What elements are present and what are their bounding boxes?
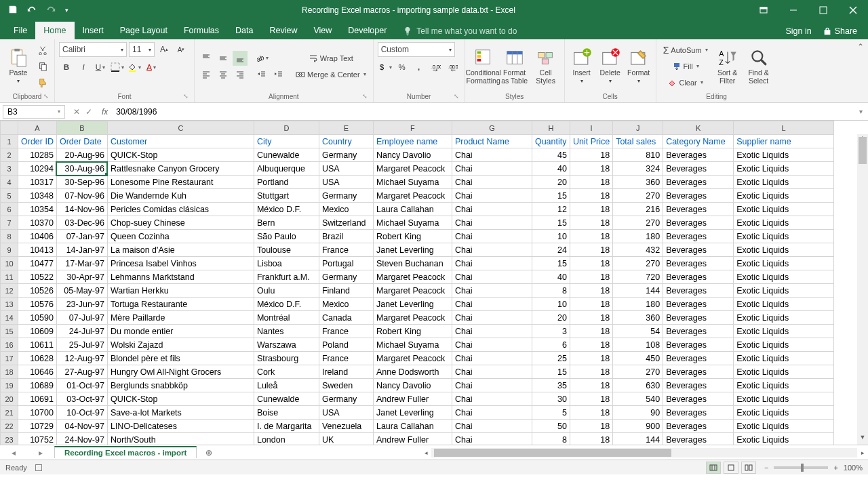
cell[interactable]: 30 [532,392,570,406]
cell[interactable]: Toulouse [254,243,319,257]
cell[interactable]: QUICK-Stop [107,392,254,406]
cell[interactable]: 18 [570,203,612,216]
cell[interactable]: Exotic Liquids [734,216,834,230]
cell[interactable]: USA [319,162,373,176]
cell[interactable]: 10590 [18,311,57,325]
cell[interactable]: Margaret Peacock [373,270,452,284]
column-header[interactable]: B [56,121,107,135]
cell[interactable]: Germany [319,148,373,162]
cell[interactable]: 18 [570,392,612,406]
select-all-button[interactable] [1,121,18,135]
cell[interactable]: 04-Nov-97 [56,420,107,433]
share-button[interactable]: Share [823,26,857,36]
find-select-button[interactable]: Find & Select [745,43,773,89]
scroll-down-icon[interactable]: ▼ [857,434,868,445]
comma-button[interactable]: , [412,60,427,75]
delete-cells-button[interactable]: Delete▾ [597,43,623,89]
cell[interactable]: Ireland [319,365,373,379]
row-header[interactable]: 18 [1,365,18,379]
cell[interactable]: Lonesome Pine Restaurant [107,176,254,189]
column-header[interactable]: J [613,121,663,135]
cell[interactable]: 25 [532,352,570,365]
cell[interactable]: 10609 [18,325,57,338]
minimize-icon[interactable] [778,0,808,20]
dialog-launcher-icon[interactable]: ⤡ [454,93,459,100]
cell[interactable]: 23-Jun-97 [56,298,107,311]
cell[interactable]: Albuquerque [254,162,319,176]
cell[interactable]: Chai [452,379,532,392]
format-cells-button[interactable]: Format▾ [626,43,652,89]
cell[interactable]: Mexico [319,203,373,216]
column-header[interactable]: L [734,121,834,135]
cell[interactable]: 900 [613,420,663,433]
sign-in-link[interactable]: Sign in [785,26,811,36]
cell[interactable]: USA [319,406,373,420]
cell[interactable]: Venezuela [319,420,373,433]
row-header[interactable]: 10 [1,257,18,270]
tab-file[interactable]: File [5,22,35,39]
cell[interactable]: México D.F. [254,298,319,311]
cell[interactable]: Chai [452,392,532,406]
row-header[interactable]: 19 [1,379,18,392]
align-middle-button[interactable] [216,51,231,66]
cell[interactable]: 15 [532,365,570,379]
cell[interactable]: Beverages [663,257,734,270]
cell[interactable]: Margaret Peacock [373,311,452,325]
cell[interactable]: Margaret Peacock [373,189,452,203]
cell[interactable]: Chai [452,433,532,445]
cell[interactable]: Cunewalde [254,148,319,162]
cell[interactable]: Exotic Liquids [734,243,834,257]
cell[interactable]: Princesa Isabel Vinhos [107,257,254,270]
cell[interactable]: Supplier name [734,135,834,148]
cell[interactable]: 18 [570,189,612,203]
cell[interactable]: 35 [532,379,570,392]
cell[interactable]: Cunewalde [254,392,319,406]
format-as-table-button[interactable]: Format as Table [500,43,529,89]
cell[interactable]: Exotic Liquids [734,433,834,445]
row-header[interactable]: 11 [1,270,18,284]
cell[interactable]: Tortuga Restaurante [107,298,254,311]
cell[interactable]: 270 [613,257,663,270]
page-layout-view-button[interactable] [724,462,738,474]
cell[interactable]: Margaret Peacock [373,162,452,176]
vertical-scrollbar[interactable]: ▲ ▼ [857,134,868,445]
column-header[interactable]: A [18,121,57,135]
cell[interactable]: USA [319,176,373,189]
cell[interactable]: Switzerland [319,216,373,230]
sheet-prev-icon[interactable]: ◂ [12,448,16,458]
cell[interactable]: LINO-Delicateses [107,420,254,433]
cell[interactable]: Exotic Liquids [734,325,834,338]
percent-button[interactable]: % [395,60,410,75]
column-header[interactable]: I [570,121,612,135]
sheet-next-icon[interactable]: ▸ [39,448,43,458]
cell[interactable]: Oulu [254,284,319,298]
row-header[interactable]: 14 [1,311,18,325]
cell[interactable]: Beverages [663,243,734,257]
decrease-font-button[interactable]: A▾ [174,42,189,57]
cell[interactable]: QUICK-Stop [107,148,254,162]
cell[interactable]: Chai [452,270,532,284]
zoom-out-button[interactable]: − [764,464,768,472]
cell[interactable]: Quantity [532,135,570,148]
cell[interactable]: 07-Nov-96 [56,189,107,203]
cell[interactable]: 10 [532,230,570,243]
cell[interactable]: Chai [452,298,532,311]
cell[interactable]: 144 [613,284,663,298]
tab-view[interactable]: View [305,22,340,39]
cell[interactable]: Bern [254,216,319,230]
cell[interactable]: 10406 [18,230,57,243]
row-header[interactable]: 1 [1,135,18,148]
column-header[interactable]: D [254,121,319,135]
cell[interactable]: Blondel père et fils [107,352,254,365]
cell[interactable]: 05-May-97 [56,284,107,298]
cell[interactable]: 10317 [18,176,57,189]
sort-filter-button[interactable]: AZSort & Filter [713,43,742,89]
merge-center-button[interactable]: Merge & Center [293,67,369,82]
cell[interactable]: Finland [319,284,373,298]
cell[interactable]: 8 [532,284,570,298]
row-header[interactable]: 8 [1,230,18,243]
cell[interactable]: 07-Jul-97 [56,311,107,325]
undo-icon[interactable] [27,5,37,16]
underline-button[interactable]: U [93,60,108,75]
cell[interactable]: 18 [570,257,612,270]
